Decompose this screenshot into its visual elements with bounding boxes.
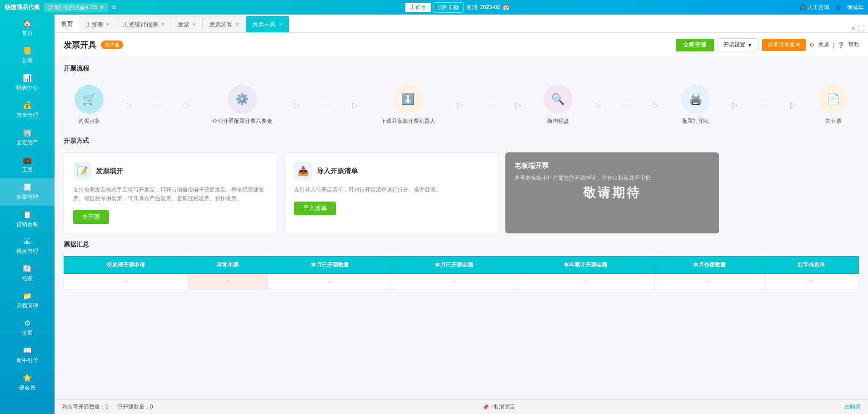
settings-label: 开票设置 xyxy=(723,41,745,49)
purchase-link[interactable]: 去购买 xyxy=(844,403,861,411)
sidebar-item-tax[interactable]: 🏛税务管理 xyxy=(0,233,55,260)
tab-close-salary-stats[interactable]: ✕ xyxy=(161,22,165,27)
flow-step-icon-config-printer: 🖨️ xyxy=(689,93,703,106)
tab-invoice-calc[interactable]: 发票测算✕ xyxy=(203,16,246,32)
tab-home[interactable]: 首页 xyxy=(55,16,79,32)
invoice-icon: 🧾 xyxy=(23,183,32,192)
tab-invoice-list[interactable]: 发票✕ xyxy=(171,16,203,32)
summary-section: 票据汇总 待处理开票申请异常单票本月已开票数量本月已开票金额本年累计开票金额本月… xyxy=(55,241,868,297)
method-card-header-import-list: 📥 导入开票清单 xyxy=(294,162,489,180)
summary-table: 待处理开票申请异常单票本月已开票数量本月已开票金额本年累计开票金额本月作废数量红… xyxy=(64,256,859,290)
avatar-icon: 👤 xyxy=(835,4,842,10)
method-section-title: 开票方式 xyxy=(64,137,859,145)
sidebar-item-member[interactable]: ⭐畅会员 xyxy=(0,369,55,396)
flow-section-title: 开票流程 xyxy=(64,65,859,73)
headset-icon: 🎧 xyxy=(799,4,806,10)
page-title-area: 发票开具 待开通 xyxy=(64,40,123,50)
flow-arrow-5: ▷ xyxy=(732,100,738,110)
sidebar-label-guide: 新手引导 xyxy=(16,357,38,364)
flow-step-issue-invoice[interactable]: 📄 去开票 xyxy=(819,85,848,125)
sidebar-label-tax: 税务管理 xyxy=(16,247,38,255)
expand-button[interactable]: ⛶ xyxy=(858,25,864,32)
flow-section: 开票流程 🛒 购买服务 ▷· · ·▷ ⚙️ 企业开通配置开票六要素 ▷· · … xyxy=(55,57,868,137)
summary-cell-4: -- xyxy=(516,274,654,290)
flow-step-icon-buy-service: 🛒 xyxy=(82,93,96,106)
method-card-btn-manual-fill[interactable]: 去开票 xyxy=(73,210,109,224)
pin-label: ↑取消固定 xyxy=(491,403,515,411)
summary-cell-6: -- xyxy=(764,274,858,290)
sidebar-item-settings[interactable]: ⚙设置 xyxy=(0,314,55,342)
method-card-desc-import-list: 支持导入待开票清单，可对待开票清单进行拆分、合并处理。 xyxy=(294,186,489,194)
tab-label-invoice-calc: 发票测算 xyxy=(209,20,233,29)
flow-step-download-robot[interactable]: ⬇️ 下载并安装开票机器人 xyxy=(381,85,435,125)
chevron-down-icon: ▼ xyxy=(747,42,753,48)
app-logo: 畅捷通易代账 xyxy=(5,3,40,11)
old-version-button[interactable]: 切到旧版 xyxy=(434,2,464,13)
flow-dots-3: · · · xyxy=(486,102,494,108)
top-bar-center: 工作台 切到旧版 账期 2023-02 📅 xyxy=(405,2,509,13)
page-header: 发票开具 待开通 立即开通 开票设置 ▼ 异常清单查询 ⚙ 视频 | ❓ xyxy=(55,33,868,57)
sidebar-item-guide[interactable]: 📖新手引导 xyxy=(0,342,55,369)
view-label[interactable]: 视频 xyxy=(818,41,829,49)
tab-close-invoice-open[interactable]: ✕ xyxy=(279,22,282,27)
reports-icon: 📊 xyxy=(23,74,32,82)
method-cards: 📝 发票填开 支持按照发票格式手工填写开发票；可开具增值税电子普通发票、增值税普… xyxy=(64,152,859,233)
flow-step-config-printer[interactable]: 🖨️ 配置打印机 xyxy=(681,85,710,125)
tab-invoice-open[interactable]: 发票开具✕ xyxy=(246,16,289,32)
bottom-bar-left: 剩余可开通数量：0 已开通数量：0 xyxy=(62,403,153,411)
flow-step-buy-service[interactable]: 🛒 购买服务 xyxy=(75,85,104,125)
summary-col-1: 异常单票 xyxy=(188,257,268,274)
flow-step-icon-enterprise-config: ⚙️ xyxy=(235,93,249,106)
company-selector[interactable]: (勿动) 江西服室-LSS ▼ xyxy=(44,3,108,12)
pin-button[interactable]: 📌 ↑取消固定 xyxy=(482,403,515,411)
flow-step-circle-add-taxbox: 🔍 xyxy=(544,85,573,114)
tab-close-salary-table[interactable]: ✕ xyxy=(106,22,110,27)
abnormal-query-button[interactable]: 异常清单查询 xyxy=(762,39,806,51)
method-card-btn-import-list[interactable]: 导入清单 xyxy=(294,202,336,215)
sidebar-item-settle[interactable]: 🔄结账 xyxy=(0,260,55,287)
archive-icon: 📁 xyxy=(23,292,32,300)
guide-icon: 📖 xyxy=(23,346,32,355)
ledger-icon: 📒 xyxy=(23,46,32,55)
sidebar-item-salary[interactable]: 💼工资 xyxy=(0,151,55,178)
flow-step-enterprise-config[interactable]: ⚙️ 企业开通配置开票六要素 xyxy=(212,85,272,125)
help-label[interactable]: 帮助 xyxy=(848,41,859,49)
sidebar-item-funds[interactable]: 💰资金管理 xyxy=(0,96,55,124)
sidebar-item-home[interactable]: 🏠首页 xyxy=(0,15,55,42)
workbench-button[interactable]: 工作台 xyxy=(405,3,431,12)
sidebar-item-assets[interactable]: 🏢固定资产 xyxy=(0,124,55,151)
calendar-icon[interactable]: 📅 xyxy=(503,4,509,10)
tab-salary-stats[interactable]: 工资统计报表✕ xyxy=(116,16,171,32)
settings-button[interactable]: 开票设置 ▼ xyxy=(718,38,758,51)
user-name[interactable]: 徐滋华 xyxy=(847,4,863,11)
flow-step-icon-add-taxbox: 🔍 xyxy=(551,93,565,106)
summary-cell-0: -- xyxy=(64,274,188,290)
assets-icon: 🏢 xyxy=(23,128,32,137)
flow-dots-1: · · · xyxy=(154,102,162,108)
flow-step-circle-issue-invoice: 📄 xyxy=(819,85,848,114)
sidebar-label-ledger: 总账 xyxy=(22,57,33,65)
sidebar-item-archive[interactable]: 📁归档管理 xyxy=(0,287,55,314)
flow-arrow-3: ▷ xyxy=(457,100,464,110)
consult-button[interactable]: 🎧 人工咨询 xyxy=(799,4,829,11)
flow-step-circle-buy-service: 🛒 xyxy=(75,85,104,114)
main-layout: 🏠首页📒总账📊报表中心💰资金管理🏢固定资产💼工资🧾发票管理📋进销台账🏛税务管理🔄… xyxy=(0,15,868,414)
tab-label-invoice-list: 发票 xyxy=(178,20,190,29)
sidebar-item-reports[interactable]: 📊报表中心 xyxy=(0,69,55,96)
sidebar-item-invoice[interactable]: 🧾发票管理 xyxy=(0,178,55,206)
sidebar-item-ledger[interactable]: 📒总账 xyxy=(0,42,55,69)
sidebar-label-settle: 结账 xyxy=(22,275,33,283)
tab-close-invoice-calc[interactable]: ✕ xyxy=(235,22,239,27)
close-tab-button[interactable]: ✕ xyxy=(851,25,856,32)
sidebar-label-purchase: 进销台账 xyxy=(16,221,38,228)
page-title: 发票开具 xyxy=(64,40,96,50)
flow-dots-2: · · · xyxy=(323,102,330,108)
method-card-title-import-list: 导入开票清单 xyxy=(317,167,358,176)
flow-step-add-taxbox[interactable]: 🔍 新增税盘 xyxy=(544,85,573,125)
tab-salary-table[interactable]: 工资表✕ xyxy=(79,16,116,32)
sidebar-label-salary: 工资 xyxy=(22,166,33,174)
flow-arrow2-5: ▷ xyxy=(790,100,797,110)
sidebar-item-purchase[interactable]: 📋进销台账 xyxy=(0,206,55,233)
immediate-open-button[interactable]: 立即开通 xyxy=(676,39,714,51)
tab-close-invoice-list[interactable]: ✕ xyxy=(192,22,196,27)
